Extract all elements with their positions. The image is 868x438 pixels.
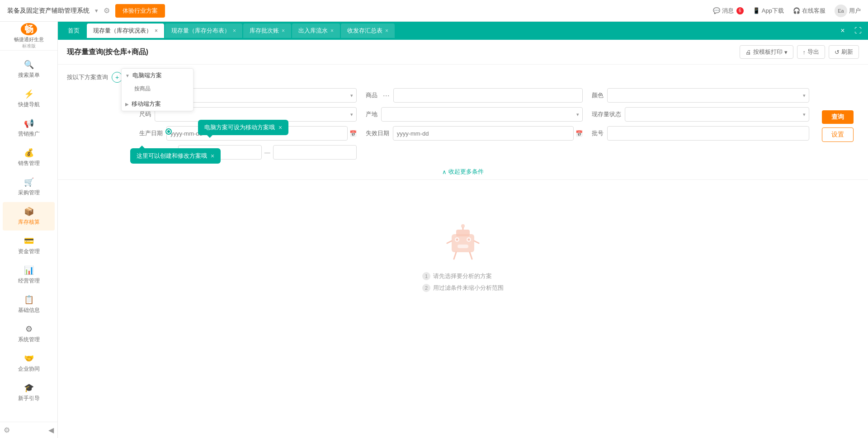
empty-state-icon [440,216,486,261]
tab-inventory-status[interactable]: 现存量（库存状况表） × [87,24,164,38]
origin-select[interactable] [381,107,583,122]
stock-status-select[interactable] [625,107,809,122]
sidebar-item-marketing[interactable]: 📢 营销推广 [3,114,55,142]
sidebar-item-guide[interactable]: 🎓 新手引导 [3,378,55,407]
sidebar-item-operation[interactable]: 📊 经营管理 [3,261,55,289]
sidebar-item-label: 搜索菜单 [18,71,40,79]
export-label: 导出 [807,48,819,56]
exp-calendar-icon[interactable]: 📅 [576,130,583,137]
batch-input[interactable] [607,126,809,141]
message-item[interactable]: 💬 消息 6 [713,7,744,15]
collapse-label: 收起更多条件 [448,168,484,176]
tooltip-bubble-2: 这里可以创建和修改方案哦 × [130,148,221,164]
set-btn[interactable]: 设置 [822,127,854,142]
query-btn[interactable]: 查询 [822,110,854,124]
mobile-scheme-item[interactable]: ▶ 移动端方案 [122,97,193,111]
dot-indicator [166,129,171,134]
size-label: 尺码 [139,110,151,118]
print-btn[interactable]: 🖨 按模板打印 ▾ [740,45,793,59]
tab-label: 现存量（库存分布表） [171,27,230,35]
sidebar-item-label: 采购管理 [18,189,40,197]
stock-main-to-input[interactable] [273,145,357,160]
batch-label: 批号 [592,129,604,137]
topbar-left: 装备及固定资产辅助管理系统 ▾ ⚙ 体验行业方案 [7,4,165,18]
sidebar-item-label: 经营管理 [18,277,40,285]
tab-home[interactable]: 首页 [61,24,86,38]
color-field-row: 颜色 [592,88,809,103]
product-field-more-icon[interactable]: ··· [383,91,390,100]
tab-label: 库存批次账 [250,27,279,35]
sidebar-item-search[interactable]: 🔍 搜索菜单 [3,55,55,84]
page-actions: 🖨 按模板打印 ▾ ↑ 导出 ↺ 刷新 [740,45,859,59]
tab-inventory-dist[interactable]: 现存量（库存分布表） × [165,24,242,38]
tab-flow[interactable]: 出入库流水 × [292,24,340,38]
sidebar-item-system[interactable]: ⚙ 系统管理 [3,320,55,348]
industry-btn[interactable]: 体验行业方案 [115,4,165,18]
export-btn[interactable]: ↑ 导出 [797,45,826,59]
filter-side: 查询 设置 [816,88,859,164]
page-header: 现存量查询(按仓库+商品) 🖨 按模板打印 ▾ ↑ 导出 ↺ [58,40,868,65]
tip-num-2: 2 [422,284,430,292]
tab-close-icon[interactable]: × [155,28,158,34]
sidebar-item-enterprise[interactable]: 🤝 企业协同 [3,349,55,377]
collapse-sidebar-icon[interactable]: ◀ [48,426,54,434]
tab-close-icon[interactable]: × [385,28,388,34]
tooltip1-close-btn[interactable]: × [278,124,282,131]
tab-fullscreen-icon[interactable]: ⛶ [852,24,864,37]
range-dash: — [264,149,270,156]
svg-rect-8 [458,245,468,248]
sidebar-footer: ⚙ ◀ [0,422,57,438]
sidebar-item-sales[interactable]: 💰 销售管理 [3,143,55,172]
user-item[interactable]: Ea 用户 [835,5,861,17]
sidebar-item-finance[interactable]: 💳 资金管理 [3,231,55,260]
sidebar-item-base[interactable]: 📋 基础信息 [3,290,55,319]
scheme-tree: ▼ 电脑端方案 按商品 ▶ 移动端方案 [121,68,193,111]
exp-date-input[interactable] [393,126,574,141]
base-icon: 📋 [24,295,34,305]
exp-date-row: 失效日期 📅 [366,126,583,141]
app-label: App下载 [762,7,784,15]
settings-footer-icon[interactable]: ⚙ [4,426,10,434]
sidebar-item-label: 销售管理 [18,160,40,167]
filter-area: 按以下方案查询 + ↺ ← ▼ 电脑端方案 按商品 ▶ [58,65,868,180]
refresh-btn[interactable]: ↺ 刷新 [829,45,859,59]
tooltip2-close-btn[interactable]: × [211,152,214,160]
batch-row: 批号 [592,126,809,141]
svg-line-12 [470,252,472,259]
service-item[interactable]: 🎧 在线客服 [793,7,826,15]
tip-num-1: 1 [422,272,430,280]
collapse-btn[interactable]: ∧ 收起更多条件 [442,168,484,176]
tab-home-label: 首页 [68,27,80,35]
sidebar-item-inventory[interactable]: 📦 库存核算 [3,202,55,231]
quick-icon: ⚡ [24,89,34,99]
sidebar-item-quick[interactable]: ⚡ 快捷导航 [3,85,55,113]
topbar-dropdown-icon[interactable]: ▾ [95,7,98,14]
svg-point-3 [461,224,465,228]
color-select[interactable] [607,88,809,103]
svg-rect-0 [452,234,474,252]
mfg-calendar-icon[interactable]: 📅 [349,130,357,137]
desktop-scheme-item[interactable]: ▼ 电脑端方案 [122,69,193,82]
sidebar-item-label: 基础信息 [18,306,40,314]
page-title: 现存量查询(按仓库+商品) [67,47,148,57]
filter-label: 按以下方案查询 [67,73,108,81]
page-content: 现存量查询(按仓库+商品) 🖨 按模板打印 ▾ ↑ 导出 ↺ [58,40,868,438]
mobile-arrow-icon: ▶ [125,102,129,107]
tab-close-icon[interactable]: × [282,28,285,34]
app-download-item[interactable]: 📱 App下载 [753,7,784,15]
product-input[interactable] [393,88,583,103]
finance-icon: 💳 [24,236,34,246]
tab-close-icon[interactable]: × [233,28,236,34]
stock-status-label: 现存量状态 [592,110,621,118]
tab-batch[interactable]: 库存批次账 × [243,24,291,38]
sidebar-item-purchase[interactable]: 🛒 采购管理 [3,173,55,201]
topbar-settings-icon[interactable]: ⚙ [104,6,110,15]
desktop-scheme-label: 电脑端方案 [132,71,162,80]
sub-scheme-1[interactable]: 按商品 [122,82,193,95]
tab-close-all-icon[interactable]: × [836,24,849,37]
user-avatar-text: Ea [838,8,844,14]
sidebar-item-label: 新手引导 [18,395,40,402]
tab-close-icon[interactable]: × [330,28,334,34]
tab-summary[interactable]: 收发存汇总表 × [341,24,395,38]
tooltip-bubble-1: 电脑方案可设为移动方案哦 × [198,120,288,135]
